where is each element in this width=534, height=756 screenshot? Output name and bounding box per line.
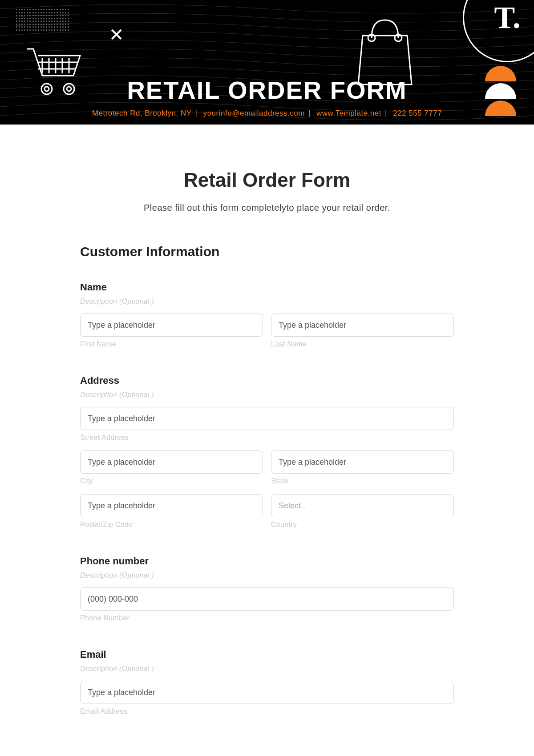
email-label: Email — [80, 649, 454, 660]
field-name: Name Description (Optional ) First Name … — [80, 281, 454, 348]
close-icon: ✕ — [109, 24, 124, 45]
name-label: Name — [80, 281, 454, 293]
address-label: Address — [80, 375, 454, 386]
country-sublabel: Country — [271, 521, 454, 529]
dot-grid-decoration — [16, 9, 69, 31]
banner-address: Metrotech Rd, Brooklyn, NY — [92, 109, 192, 117]
section-customer-info: Customer Information — [80, 244, 454, 259]
phone-input[interactable] — [80, 587, 454, 611]
banner-website: www.Template.net — [316, 109, 381, 117]
postal-code-input[interactable] — [80, 494, 263, 517]
first-name-input[interactable] — [80, 314, 263, 337]
field-phone: Phone number Description (Optional ) Pho… — [80, 555, 454, 622]
page-intro: Please fill out this form completelyto p… — [80, 203, 454, 213]
banner-phone: 222 555 7777 — [393, 109, 442, 117]
city-input[interactable] — [80, 450, 263, 474]
phone-sublabel: Phone Number — [80, 614, 454, 622]
state-input[interactable] — [271, 450, 454, 474]
field-email: Email Description (Optional ) Email Addr… — [80, 649, 454, 716]
country-select[interactable]: Select.. — [271, 494, 454, 517]
page-title: Retail Order Form — [80, 169, 454, 191]
city-sublabel: City — [80, 477, 263, 485]
street-address-input[interactable] — [80, 407, 454, 430]
first-name-sublabel: First Name — [80, 340, 263, 348]
street-address-sublabel: Street Address — [80, 434, 454, 442]
address-description: Description (Optional ) — [80, 391, 454, 399]
banner-title: RETAIL ORDER FORM — [0, 76, 534, 105]
email-sublabel: Email Address — [80, 708, 454, 716]
email-input[interactable] — [80, 681, 454, 704]
last-name-input[interactable] — [271, 314, 454, 337]
field-address: Address Description (Optional ) Street A… — [80, 375, 454, 529]
phone-label: Phone number — [80, 555, 454, 567]
banner-email: yourinfo@emailaddress.com — [203, 109, 305, 117]
email-description: Description (Optional ) — [80, 665, 454, 673]
banner-contact-line: Metrotech Rd, Brooklyn, NY| yourinfo@ema… — [0, 109, 534, 118]
banner-header: ✕ T. RETAIL ORDER FORM Metrotech Rd, Bro… — [0, 0, 534, 125]
last-name-sublabel: Last Name — [271, 340, 454, 348]
postal-code-sublabel: Postal/Zip Code — [80, 521, 263, 529]
phone-description: Description (Optional ) — [80, 571, 454, 579]
form-content: Retail Order Form Please fill out this f… — [53, 125, 481, 756]
state-sublabel: State — [271, 477, 454, 485]
name-description: Description (Optional ) — [80, 298, 454, 306]
